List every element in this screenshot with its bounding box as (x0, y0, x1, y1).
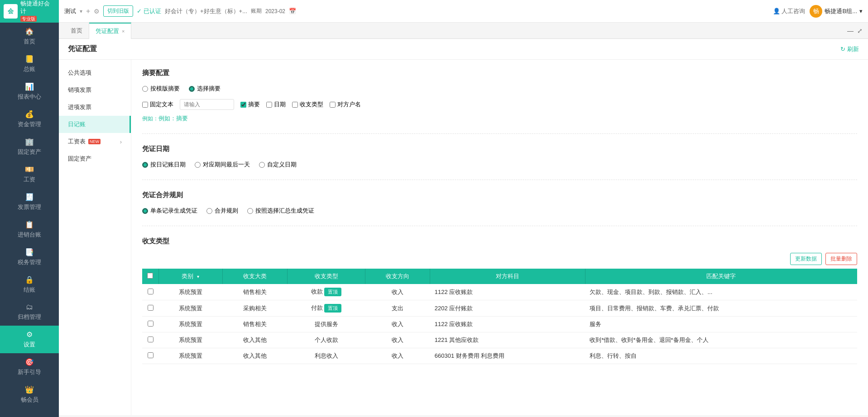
sidebar-item-ledger[interactable]: 📒 总账 (0, 50, 59, 78)
row-checkbox-cell[interactable] (142, 317, 158, 332)
fixed-text-input[interactable] (180, 99, 234, 110)
checkbox-date[interactable]: 日期 (266, 100, 286, 109)
radio-select-input[interactable] (189, 86, 195, 92)
reset-button[interactable]: 置顶 (324, 304, 341, 313)
switch-version-button[interactable]: 切到旧版 (103, 5, 133, 17)
summary-checkbox-row: 固定文本 摘要 日期 收支类型 (142, 99, 857, 110)
checkbox-counterpart-input[interactable] (330, 102, 336, 108)
row-checkbox-cell[interactable] (142, 284, 158, 300)
table-row: 系统预置 收入其他 个人收款 收入 1221 其他应收款 收到*借款、收到*备用… (142, 332, 857, 348)
radio-template[interactable]: 按模版摘要 (142, 85, 180, 93)
row-category: 系统预置 (158, 332, 222, 348)
sidebar-item-home[interactable]: 🏠 首页 (0, 23, 59, 50)
row-checkbox-3[interactable] (148, 336, 153, 342)
maximize-button[interactable]: ⤢ (857, 27, 863, 34)
radio-summary-gen-input[interactable] (247, 208, 253, 214)
sidebar-item-archive[interactable]: 🗂 归档管理 (0, 299, 59, 326)
radio-merge-input[interactable] (206, 208, 212, 214)
radio-single-input[interactable] (142, 208, 148, 214)
checkbox-summary[interactable]: 摘要 (240, 100, 260, 109)
service-icon: 👤 (773, 8, 780, 14)
checkbox-summary-input[interactable] (240, 102, 246, 108)
sidebar-item-capital[interactable]: 💰 资金管理 (0, 105, 59, 133)
radio-last-day[interactable]: 对应期间最后一天 (195, 161, 250, 169)
row-counterpart: 1122 应收账款 (430, 317, 585, 332)
reset-button[interactable]: 置顶 (324, 288, 341, 296)
radio-last-day-input[interactable] (195, 162, 201, 168)
left-nav-public[interactable]: 公共选项 (59, 64, 131, 81)
row-counterpart: 1122 应收账款 (430, 284, 585, 300)
merge-rule-title: 凭证合并规则 (142, 191, 857, 199)
page-title: 凭证配置 (68, 44, 97, 54)
chevron-down-icon-user: ▾ (859, 8, 863, 14)
chevron-down-icon[interactable]: ▾ (80, 8, 82, 14)
sidebar-item-tax[interactable]: 📑 税务管理 (0, 243, 59, 271)
th-type: 收支类型 (288, 269, 365, 284)
select-all-checkbox[interactable] (147, 273, 153, 279)
checkbox-fixed-text[interactable]: 固定文本 (142, 100, 173, 109)
radio-template-input[interactable] (142, 86, 148, 92)
tab-voucher-config[interactable]: 凭证配置 × (89, 23, 131, 39)
summary-radio-group: 按模版摘要 选择摘要 (142, 85, 857, 93)
row-checkbox-1[interactable] (148, 305, 153, 311)
checkbox-type-input[interactable] (292, 102, 298, 108)
salary-icon: 💴 (25, 165, 34, 174)
guide-icon: 🎯 (25, 358, 34, 366)
service-button[interactable]: 👤 人工咨询 (773, 7, 805, 15)
gear-icon[interactable]: ⚙ (94, 8, 100, 15)
sidebar-item-member[interactable]: 👑 畅会员 (0, 381, 59, 408)
sidebar-item-asset[interactable]: 🏢 固定资产 (0, 133, 59, 161)
checkbox-date-input[interactable] (266, 102, 272, 108)
tab-home[interactable]: 首页 (64, 23, 89, 39)
minimize-button[interactable]: — (847, 27, 854, 34)
update-data-button[interactable]: 更新数据 (790, 253, 822, 265)
radio-single[interactable]: 单条记录生成凭证 (142, 207, 197, 215)
left-nav-payroll[interactable]: 工资表 NEW › (59, 133, 131, 150)
row-checkbox-cell[interactable] (142, 332, 158, 348)
row-checkbox-2[interactable] (148, 321, 153, 327)
row-checkbox-cell[interactable] (142, 300, 158, 317)
sidebar-item-salary[interactable]: 💴 工资 (0, 161, 59, 188)
add-icon[interactable]: + (86, 7, 90, 15)
radio-summary-gen[interactable]: 按照选择汇总生成凭证 (247, 207, 314, 215)
sidebar-item-report[interactable]: 📊 报表中心 (0, 78, 59, 105)
row-category: 系统预置 (158, 300, 222, 317)
sidebar-item-close[interactable]: 🔒 结账 (0, 271, 59, 299)
row-checkbox-cell[interactable] (142, 348, 158, 364)
radio-custom-date-input[interactable] (259, 162, 265, 168)
left-nav-journal[interactable]: 日记账 (59, 116, 131, 133)
sidebar-item-guide[interactable]: 🎯 新手引导 (0, 353, 59, 381)
th-checkbox[interactable] (142, 269, 158, 284)
member-icon: 👑 (25, 385, 34, 394)
radio-journal-date-input[interactable] (142, 162, 148, 168)
chevron-right-icon: › (120, 138, 122, 145)
sort-icon[interactable]: ▾ (197, 274, 199, 279)
sidebar-logo: 会 畅捷通好会计 专业版 (0, 0, 59, 23)
row-category: 系统预置 (158, 284, 222, 300)
checkbox-fixed-text-input[interactable] (142, 102, 148, 108)
sidebar-item-invoice[interactable]: 🧾 发票管理 (0, 188, 59, 216)
left-nav-purchase-invoice[interactable]: 进项发票 (59, 99, 131, 116)
purchase-icon: 📋 (25, 220, 34, 229)
row-checkbox-4[interactable] (148, 352, 153, 358)
radio-journal-date[interactable]: 按日记账日期 (142, 161, 186, 169)
batch-delete-button[interactable]: 批量删除 (825, 253, 857, 265)
radio-custom-date[interactable]: 自定义日期 (259, 161, 297, 169)
left-nav-sales[interactable]: 销项发票 (59, 81, 131, 99)
sidebar-item-settings[interactable]: ⚙ 设置 (0, 326, 59, 353)
sidebar-item-purchase[interactable]: 📋 进销台账 (0, 216, 59, 243)
checkbox-type[interactable]: 收支类型 (292, 100, 323, 109)
refresh-button[interactable]: ↻ 刷新 (840, 45, 859, 53)
th-category: 类别 ▾ (158, 269, 222, 284)
table-row: 系统预置 采购相关 付款 置顶 支出 2202 应付账款 项目、日常费用、报销款… (142, 300, 857, 317)
checkbox-counterpart[interactable]: 对方户名 (330, 100, 361, 109)
row-category: 系统预置 (158, 317, 222, 332)
refresh-icon: ↻ (840, 46, 845, 52)
tab-close-icon[interactable]: × (122, 28, 125, 34)
left-nav-fixed-asset[interactable]: 固定资产 (59, 150, 131, 167)
row-checkbox-0[interactable] (148, 289, 153, 294)
radio-merge[interactable]: 合并规则 (206, 207, 238, 215)
radio-select[interactable]: 选择摘要 (189, 85, 221, 93)
calendar-icon[interactable]: 📅 (289, 8, 296, 14)
user-menu[interactable]: 畅 畅捷通B组... ▾ (810, 5, 863, 18)
